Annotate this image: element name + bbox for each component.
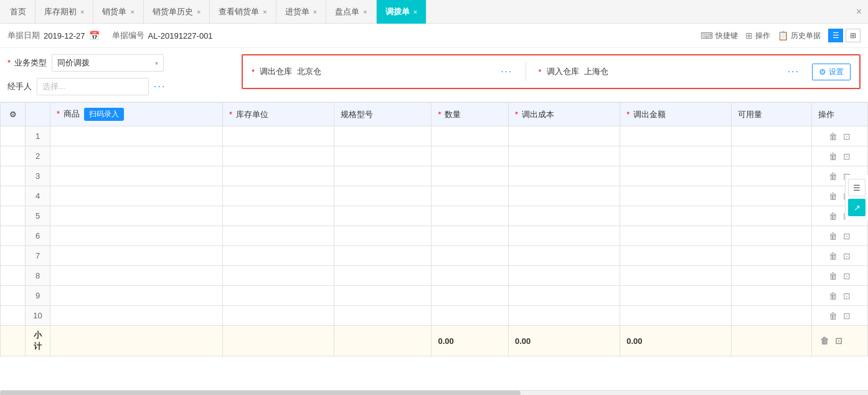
row-copy-icon[interactable]: ⊡ bbox=[843, 311, 851, 321]
row-unit-cell[interactable] bbox=[222, 206, 334, 226]
tab-purchase-order[interactable]: 进货单 × bbox=[276, 0, 326, 24]
row-product-cell[interactable] bbox=[50, 226, 223, 246]
row-available-cell[interactable] bbox=[732, 246, 812, 266]
row-available-cell[interactable] bbox=[732, 186, 812, 206]
tab-view-sales-close[interactable]: × bbox=[263, 8, 267, 16]
handler-select[interactable]: 选择... bbox=[37, 78, 149, 95]
row-quantity-cell[interactable] bbox=[432, 226, 509, 246]
row-amount-cell[interactable] bbox=[620, 146, 732, 166]
tab-home[interactable]: 首页 bbox=[5, 0, 35, 24]
row-amount-cell[interactable] bbox=[620, 266, 732, 286]
row-copy-icon[interactable]: ⊡ bbox=[843, 271, 851, 281]
shortcut-button[interactable]: ⌨ 快捷键 bbox=[701, 31, 738, 41]
row-unit-cell[interactable] bbox=[222, 146, 334, 166]
transfer-in-more-icon[interactable]: ··· bbox=[788, 66, 800, 77]
row-amount-cell[interactable] bbox=[620, 186, 732, 206]
row-copy-icon[interactable]: ⊡ bbox=[843, 251, 851, 261]
row-unit-cell[interactable] bbox=[222, 266, 334, 286]
row-delete-icon[interactable]: 🗑 bbox=[829, 171, 837, 181]
row-spec-cell[interactable] bbox=[334, 186, 432, 206]
row-available-cell[interactable] bbox=[732, 306, 812, 326]
row-cost-cell[interactable] bbox=[509, 166, 620, 186]
row-copy-icon[interactable]: ⊡ bbox=[843, 291, 851, 301]
calendar-icon[interactable]: 📅 bbox=[89, 31, 100, 40]
side-tool-export[interactable]: ↗ bbox=[848, 199, 866, 216]
row-cost-cell[interactable] bbox=[509, 226, 620, 246]
row-available-cell[interactable] bbox=[732, 266, 812, 286]
tab-stocktake-close[interactable]: × bbox=[363, 8, 367, 16]
transfer-in-value[interactable]: 上海仓 bbox=[584, 66, 783, 77]
row-unit-cell[interactable] bbox=[222, 166, 334, 186]
tab-purchase-order-close[interactable]: × bbox=[313, 8, 317, 16]
tab-inventory-init[interactable]: 库存期初 × bbox=[35, 0, 93, 24]
row-unit-cell[interactable] bbox=[222, 306, 334, 326]
row-copy-icon[interactable]: ⊡ bbox=[843, 151, 851, 161]
row-amount-cell[interactable] bbox=[620, 246, 732, 266]
row-available-cell[interactable] bbox=[732, 126, 812, 146]
row-cost-cell[interactable] bbox=[509, 206, 620, 226]
row-available-cell[interactable] bbox=[732, 286, 812, 306]
row-spec-cell[interactable] bbox=[334, 226, 432, 246]
scan-button[interactable]: 扫码录入 bbox=[84, 108, 124, 121]
row-quantity-cell[interactable] bbox=[432, 126, 509, 146]
row-delete-icon[interactable]: 🗑 bbox=[829, 251, 837, 261]
operate-button[interactable]: ⊞ 操作 bbox=[745, 31, 770, 41]
summary-delete-icon[interactable]: 🗑 bbox=[820, 336, 829, 346]
row-delete-icon[interactable]: 🗑 bbox=[829, 231, 837, 241]
row-amount-cell[interactable] bbox=[620, 226, 732, 246]
row-quantity-cell[interactable] bbox=[432, 246, 509, 266]
row-available-cell[interactable] bbox=[732, 226, 812, 246]
row-spec-cell[interactable] bbox=[334, 206, 432, 226]
row-unit-cell[interactable] bbox=[222, 126, 334, 146]
scroll-thumb[interactable] bbox=[0, 391, 521, 395]
row-spec-cell[interactable] bbox=[334, 146, 432, 166]
row-copy-icon[interactable]: ⊡ bbox=[843, 231, 851, 241]
row-delete-icon[interactable]: 🗑 bbox=[829, 151, 837, 161]
row-amount-cell[interactable] bbox=[620, 166, 732, 186]
row-delete-icon[interactable]: 🗑 bbox=[829, 291, 837, 301]
row-cost-cell[interactable] bbox=[509, 306, 620, 326]
tab-sales-order-close[interactable]: × bbox=[130, 8, 134, 16]
row-quantity-cell[interactable] bbox=[432, 286, 509, 306]
row-product-cell[interactable] bbox=[50, 126, 223, 146]
row-product-cell[interactable] bbox=[50, 286, 223, 306]
row-amount-cell[interactable] bbox=[620, 286, 732, 306]
row-available-cell[interactable] bbox=[732, 206, 812, 226]
row-spec-cell[interactable] bbox=[334, 166, 432, 186]
grid-view-toggle[interactable]: ⊞ bbox=[846, 29, 861, 42]
row-available-cell[interactable] bbox=[732, 146, 812, 166]
row-cost-cell[interactable] bbox=[509, 146, 620, 166]
summary-copy-icon[interactable]: ⊡ bbox=[835, 336, 842, 346]
row-cost-cell[interactable] bbox=[509, 186, 620, 206]
row-quantity-cell[interactable] bbox=[432, 206, 509, 226]
tab-transfer-order[interactable]: 调拨单 × bbox=[377, 0, 427, 24]
horizontal-scrollbar[interactable] bbox=[0, 390, 868, 395]
tab-view-sales[interactable]: 查看销货单 × bbox=[210, 0, 276, 24]
row-product-cell[interactable] bbox=[50, 306, 223, 326]
tab-stocktake[interactable]: 盘点单 × bbox=[326, 0, 376, 24]
row-cost-cell[interactable] bbox=[509, 266, 620, 286]
tab-inventory-init-close[interactable]: × bbox=[80, 8, 84, 16]
tab-sales-order[interactable]: 销货单 × bbox=[93, 0, 143, 24]
tab-sales-history[interactable]: 销货单历史 × bbox=[144, 0, 210, 24]
row-product-cell[interactable] bbox=[50, 266, 223, 286]
row-product-cell[interactable] bbox=[50, 186, 223, 206]
row-unit-cell[interactable] bbox=[222, 186, 334, 206]
row-available-cell[interactable] bbox=[732, 166, 812, 186]
row-spec-cell[interactable] bbox=[334, 306, 432, 326]
history-button[interactable]: 📋 历史单据 bbox=[778, 31, 821, 41]
transfer-out-value[interactable]: 北京仓 bbox=[297, 66, 496, 77]
row-product-cell[interactable] bbox=[50, 146, 223, 166]
row-quantity-cell[interactable] bbox=[432, 306, 509, 326]
row-quantity-cell[interactable] bbox=[432, 146, 509, 166]
handler-more-icon[interactable]: ··· bbox=[154, 81, 166, 92]
row-unit-cell[interactable] bbox=[222, 286, 334, 306]
tab-transfer-order-close[interactable]: × bbox=[413, 8, 417, 16]
row-quantity-cell[interactable] bbox=[432, 166, 509, 186]
row-quantity-cell[interactable] bbox=[432, 186, 509, 206]
row-delete-icon[interactable]: 🗑 bbox=[829, 211, 837, 221]
row-amount-cell[interactable] bbox=[620, 206, 732, 226]
col-gear[interactable]: ⚙ bbox=[1, 103, 26, 126]
row-amount-cell[interactable] bbox=[620, 306, 732, 326]
row-spec-cell[interactable] bbox=[334, 126, 432, 146]
